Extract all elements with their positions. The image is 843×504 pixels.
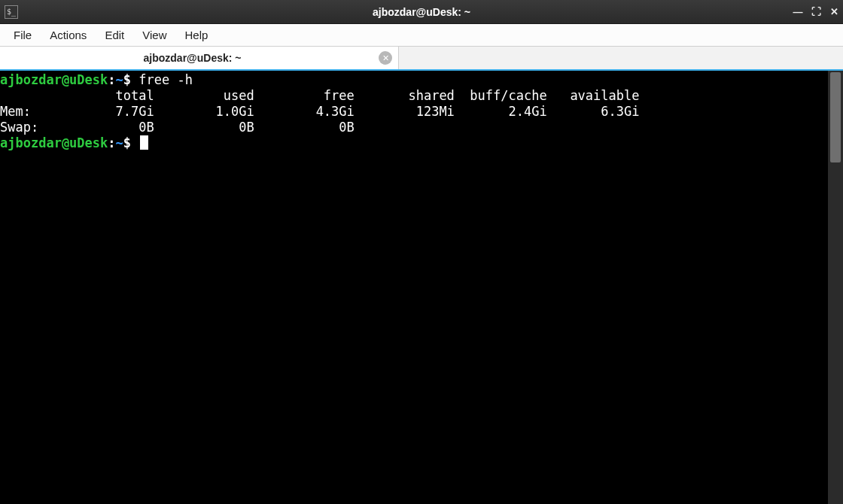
menubar: File Actions Edit View Help [0,24,843,47]
menu-file[interactable]: File [5,26,41,44]
close-button[interactable]: ✕ [825,3,843,21]
titlebar: $_ ajbozdar@uDesk: ~ — ⛶ ✕ [0,0,843,24]
tab-label: ajbozdar@uDesk: ~ [6,52,379,64]
menu-edit[interactable]: Edit [96,26,133,44]
terminal-app-icon: $_ [5,5,18,19]
tab-close-icon[interactable]: ✕ [379,51,392,65]
window-title: ajbozdar@uDesk: ~ [0,6,843,18]
scrollbar[interactable] [828,71,843,504]
terminal-viewport[interactable]: ajbozdar@uDesk:~$ free -h total used fre… [0,71,843,504]
maximize-button[interactable]: ⛶ [807,3,825,21]
menu-actions[interactable]: Actions [41,26,96,44]
minimize-button[interactable]: — [789,3,807,21]
tab-terminal-1[interactable]: ajbozdar@uDesk: ~ ✕ [0,47,399,69]
menu-view[interactable]: View [133,26,175,44]
terminal-window: $_ ajbozdar@uDesk: ~ — ⛶ ✕ File Actions … [0,0,843,504]
menu-help[interactable]: Help [175,26,217,44]
tabbar: ajbozdar@uDesk: ~ ✕ [0,47,843,71]
window-controls: — ⛶ ✕ [789,3,843,21]
terminal-output: ajbozdar@uDesk:~$ free -h total used fre… [0,71,843,151]
scrollbar-thumb[interactable] [830,72,841,162]
